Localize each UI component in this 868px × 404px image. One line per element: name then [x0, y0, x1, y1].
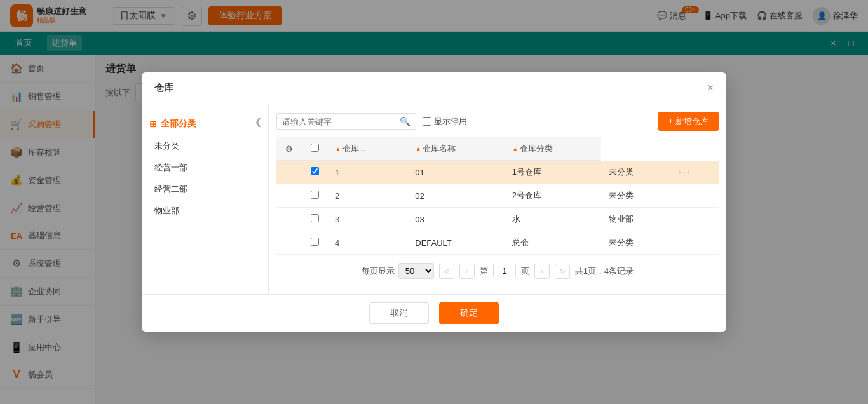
- per-page-group: 每页显示 50 100 200: [362, 263, 434, 279]
- prev-page-btn[interactable]: ‹: [459, 264, 475, 279]
- row-name-3: 水: [505, 208, 602, 231]
- category-panel: ⊞ 全部分类 《 未分类 经营一部 经营二部 物业部: [142, 104, 269, 294]
- row-code-2: 02: [407, 184, 505, 208]
- modal-close-icon[interactable]: ×: [707, 81, 714, 95]
- show-disabled-text: 显示停用: [434, 116, 467, 127]
- row-check: [302, 161, 327, 184]
- table-body: 1 01 1号仓库 未分类 ··· 2 02 2: [276, 161, 719, 255]
- page-suffix: 页: [521, 266, 529, 277]
- category-item-ops1[interactable]: 经营一部: [142, 157, 268, 178]
- row-code-3: 03: [407, 208, 505, 231]
- show-disabled-label: 显示停用: [423, 116, 467, 127]
- table-panel: 🔍 显示停用 + 新增仓库 ⚙ ▲仓库...: [269, 104, 726, 294]
- last-page-btn[interactable]: ⊳: [555, 264, 570, 279]
- row-gear: [276, 208, 302, 231]
- page-label: 第: [480, 266, 488, 277]
- per-page-label: 每页显示: [362, 266, 395, 277]
- per-page-select[interactable]: 50 100 200: [398, 263, 434, 279]
- cancel-button[interactable]: 取消: [369, 302, 429, 324]
- search-input[interactable]: [282, 117, 400, 126]
- row-category-2: 未分类: [601, 184, 670, 208]
- page-total: 共1页，4条记录: [575, 266, 634, 277]
- row-category-4: 未分类: [601, 231, 670, 255]
- row-category-1: 未分类: [601, 161, 670, 184]
- category-header: ⊞ 全部分类 《: [142, 112, 268, 135]
- row-checkbox-3[interactable]: [311, 214, 319, 222]
- table-row[interactable]: 2 02 2号仓库 未分类: [276, 184, 719, 208]
- row-category-3: 物业部: [601, 208, 670, 231]
- modal-body: ⊞ 全部分类 《 未分类 经营一部 经营二部 物业部 🔍: [142, 104, 726, 294]
- pagination: 每页显示 50 100 200 ⊲ ‹ 第 页 › ⊳ 共1页，4条记录: [276, 255, 719, 286]
- row-more-1[interactable]: ···: [671, 161, 719, 184]
- row-num-1: 1: [327, 161, 407, 184]
- row-checkbox-4[interactable]: [311, 238, 319, 246]
- th-category: ▲仓库分类: [505, 137, 602, 161]
- row-more-3[interactable]: [671, 208, 719, 231]
- th-check: [302, 137, 327, 161]
- row-checkbox-1[interactable]: [311, 167, 319, 175]
- search-box: 🔍: [276, 113, 416, 130]
- row-num-3: 3: [327, 208, 407, 231]
- row-num-4: 4: [327, 231, 407, 255]
- category-item-property[interactable]: 物业部: [142, 200, 268, 222]
- row-checkbox-2[interactable]: [311, 191, 319, 199]
- table-toolbar: 🔍 显示停用 + 新增仓库: [276, 112, 719, 131]
- row-more-4[interactable]: [671, 231, 719, 255]
- row-check: [302, 184, 327, 208]
- modal-title: 仓库: [154, 82, 173, 94]
- th-name: ▲仓库名称: [407, 137, 505, 161]
- table-row[interactable]: 4 DEFAULT 总仓 未分类: [276, 231, 719, 255]
- row-gear: [276, 231, 302, 255]
- modal-footer: 取消 确定: [142, 294, 726, 332]
- show-disabled-checkbox[interactable]: [423, 117, 431, 126]
- data-table: ⚙ ▲仓库... ▲仓库名称 ▲仓库分类 1: [276, 137, 719, 255]
- row-code-1: 01: [407, 161, 505, 184]
- add-warehouse-btn[interactable]: + 新增仓库: [658, 112, 719, 131]
- warehouse-modal: 仓库 × ⊞ 全部分类 《 未分类 经营一部 经营二部 物业部: [142, 72, 726, 332]
- category-item-ops2[interactable]: 经营二部: [142, 178, 268, 200]
- row-name-1: 1号仓库: [505, 161, 602, 184]
- page-input[interactable]: [493, 264, 516, 278]
- category-item-unclassified[interactable]: 未分类: [142, 135, 268, 157]
- row-check: [302, 208, 327, 231]
- sort-icon-category: ▲: [512, 145, 519, 152]
- row-name-2: 2号仓库: [505, 184, 602, 208]
- row-name-4: 总仓: [505, 231, 602, 255]
- confirm-button[interactable]: 确定: [439, 302, 499, 324]
- search-icon[interactable]: 🔍: [400, 116, 410, 126]
- row-more-2[interactable]: [671, 184, 719, 208]
- row-code-4: DEFAULT: [407, 231, 505, 255]
- table-row[interactable]: 1 01 1号仓库 未分类 ···: [276, 161, 719, 184]
- grid-icon: ⊞: [149, 119, 157, 129]
- select-all-checkbox[interactable]: [311, 144, 319, 152]
- th-code: ▲仓库...: [327, 137, 407, 161]
- row-gear: [276, 161, 302, 184]
- first-page-btn[interactable]: ⊲: [439, 264, 454, 279]
- sort-icon-code: ▲: [335, 145, 341, 152]
- modal-overlay: 仓库 × ⊞ 全部分类 《 未分类 经营一部 经营二部 物业部: [0, 0, 868, 404]
- th-settings: ⚙: [276, 137, 302, 161]
- warehouse-table: ⚙ ▲仓库... ▲仓库名称 ▲仓库分类 1: [276, 137, 719, 255]
- next-page-btn[interactable]: ›: [534, 264, 550, 279]
- table-head: ⚙ ▲仓库... ▲仓库名称 ▲仓库分类: [276, 137, 719, 161]
- table-row[interactable]: 3 03 水 物业部: [276, 208, 719, 231]
- row-num-2: 2: [327, 184, 407, 208]
- category-all-label[interactable]: 全部分类: [161, 118, 196, 130]
- collapse-icon[interactable]: 《: [250, 117, 261, 130]
- sort-icon-name: ▲: [415, 145, 421, 152]
- modal-header: 仓库 ×: [142, 72, 726, 104]
- row-gear: [276, 184, 302, 208]
- row-check: [302, 231, 327, 255]
